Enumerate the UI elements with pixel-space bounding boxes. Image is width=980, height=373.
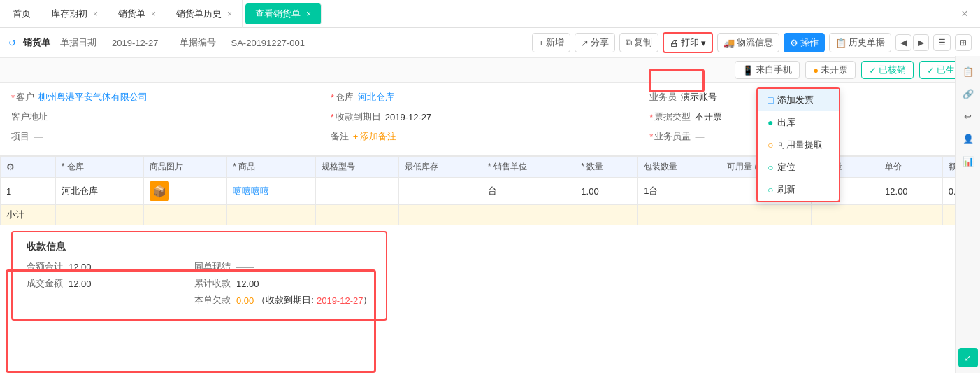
history-button[interactable]: 📋 历史单据 (829, 33, 891, 52)
payment-title: 收款信息 (27, 241, 372, 253)
payment-date-value[interactable]: 2019-12-27 (385, 112, 432, 122)
cumulative-value: 12.00 (236, 279, 259, 289)
subtotal-current (812, 205, 879, 225)
amount-field: 成交金额 12.00 (27, 277, 194, 290)
customer-value[interactable]: 柳州粤港平安气体有限公司 (38, 91, 147, 104)
address-field: 客户地址 — (11, 111, 331, 123)
tab-close-history[interactable]: × (227, 9, 232, 19)
dropdown-item-refresh[interactable]: ○ 刷新 (758, 178, 839, 201)
customer-label: 客户 (16, 91, 34, 104)
link-sidebar-button[interactable]: 🔗 (958, 84, 978, 104)
warehouse-value[interactable]: 河北仓库 (358, 91, 394, 104)
owed-note: （收款到期日: (257, 294, 314, 307)
tab-close-view[interactable]: × (306, 9, 311, 19)
subtotal-row: 小计 (1, 205, 980, 225)
print-button[interactable]: 🖨 打印 ▾ (663, 32, 713, 53)
right-sidebar: 📋 🔗 ↩ 👤 📊 ⤢ (955, 56, 980, 373)
required-star-ticket: * (649, 112, 653, 122)
window-close-button[interactable]: × (955, 4, 974, 24)
payment-box: 收款信息 金额合计 12.00 同单现结 —— 成交金额 12.00 累计收款 … (11, 231, 387, 321)
dropdown-item-invoice[interactable]: □ 添加发票 (758, 89, 839, 111)
tab-home[interactable]: 首页 (6, 0, 41, 28)
same-order-field: 同单现结 —— (194, 260, 362, 273)
amount-label: 成交金额 (27, 277, 63, 290)
row-no: 1 (1, 178, 56, 205)
logistics-button[interactable]: 🚚 物流信息 (717, 33, 779, 52)
copy-button[interactable]: ⧉ 复制 (619, 33, 658, 52)
toolbar: ↺ 销货单 单据日期 2019-12-27 单据编号 SA-20191227-0… (0, 28, 980, 58)
logistics-icon: 🚚 (723, 38, 735, 48)
col-pkg-qty: 包装数量 (638, 157, 721, 178)
owed-date: 2019-12-27 (317, 295, 363, 306)
doc-type-label: 销货单 (23, 36, 50, 49)
print-icon: 🖨 (670, 38, 679, 48)
next-button[interactable]: ▶ (913, 34, 929, 51)
ticket-type-label: 票据类型 (654, 111, 691, 123)
tab-close-sales[interactable]: × (151, 9, 156, 19)
operations-dropdown: □ 添加发票 ● 出库 ○ 可用量提取 ○ 定位 ○ 刷新 (756, 87, 840, 202)
view-list-button[interactable]: ☰ (933, 34, 951, 51)
subtotal-qty (575, 205, 638, 225)
subtotal-pkg (638, 205, 721, 225)
not-invoiced-button[interactable]: ● 未开票 (805, 61, 856, 79)
add-note-button[interactable]: + 添加备注 (353, 130, 397, 143)
row-warehouse: 河北仓库 (55, 178, 143, 205)
cumulative-label: 累计收款 (194, 277, 231, 290)
tab-view-sales[interactable]: 查看销货单 × (245, 3, 322, 24)
from-mobile-button[interactable]: 📱 来自手机 (735, 61, 800, 79)
gear-settings-icon: ⚙ (6, 162, 15, 172)
ticket-type-value[interactable]: 不开票 (695, 111, 722, 123)
prev-button[interactable]: ◀ (895, 34, 911, 51)
return-sidebar-button[interactable]: ↩ (958, 106, 978, 126)
staff2-label: 业务员盂 (654, 130, 691, 143)
required-star-date: * (331, 112, 334, 122)
col-product: * 商品 (227, 157, 315, 178)
return-icon: ↩ (964, 111, 972, 122)
subtotal-label: 小计 (1, 205, 56, 225)
row-spec (315, 178, 398, 205)
project-label: 项目 (11, 130, 29, 143)
check-icon2: ✓ (927, 65, 935, 76)
subtotal-unit (482, 205, 575, 225)
required-star-customer: * (11, 92, 15, 103)
view-grid-button[interactable]: ⊞ (955, 34, 972, 51)
nav-arrows: ◀ ▶ (895, 34, 929, 51)
owed-end: ） (363, 294, 372, 307)
link-icon: 🔗 (963, 89, 974, 99)
expand-sidebar-button[interactable]: ⤢ (958, 348, 978, 367)
user-sidebar-button[interactable]: 👤 (958, 129, 978, 148)
add-button[interactable]: + 新增 (532, 33, 570, 52)
dropdown-item-available[interactable]: ○ 可用量提取 (758, 134, 839, 156)
owed-field: 本单欠款 0.00 （收款到期日: 2019-12-27 ） (194, 294, 372, 307)
col-unit: * 销售单位 (482, 157, 575, 178)
tab-close-inventory[interactable]: × (93, 9, 98, 19)
same-order-value: —— (236, 262, 254, 272)
subtotal-image (144, 205, 227, 225)
payment-date-field: * 收款到期日 2019-12-27 (331, 111, 650, 123)
col-spec: 规格型号 (315, 157, 398, 178)
verified-button[interactable]: ✓ 已核销 (861, 61, 914, 79)
row-pkg-qty: 1台 (638, 178, 721, 205)
tab-sales-history[interactable]: 销货单历史 × (166, 0, 243, 28)
tab-inventory[interactable]: 库存期初 × (41, 0, 108, 28)
subtotal-price (879, 205, 943, 225)
staff2-value: — (695, 132, 704, 142)
chart-sidebar-button[interactable]: 📊 (958, 151, 978, 171)
col-warehouse: * 仓库 (55, 157, 143, 178)
notes-sidebar-button[interactable]: 📋 (958, 62, 978, 81)
dropdown-item-outbound[interactable]: ● 出库 (758, 111, 839, 134)
operations-button[interactable]: ⚙ 操作 (784, 33, 825, 52)
share-button[interactable]: ↗ 分享 (575, 33, 615, 52)
tab-sales[interactable]: 销货单 × (108, 0, 166, 28)
row-product[interactable]: 嘻嘻嘻嘻 (227, 178, 315, 205)
subtotal-available (721, 205, 812, 225)
owed-label: 本单欠款 (194, 294, 231, 307)
required-star-warehouse: * (331, 92, 334, 103)
same-order-label: 同单现结 (194, 260, 231, 273)
customer-field: * 客户 柳州粤港平安气体有限公司 (11, 91, 331, 104)
tab-bar: 首页 库存期初 × 销货单 × 销货单历史 × 查看销货单 × × (0, 0, 980, 28)
cumulative-field: 累计收款 12.00 (194, 277, 362, 290)
warehouse-label: 仓库 (336, 91, 354, 104)
dropdown-item-locate[interactable]: ○ 定位 (758, 156, 839, 178)
col-gear[interactable]: ⚙ (1, 157, 56, 178)
